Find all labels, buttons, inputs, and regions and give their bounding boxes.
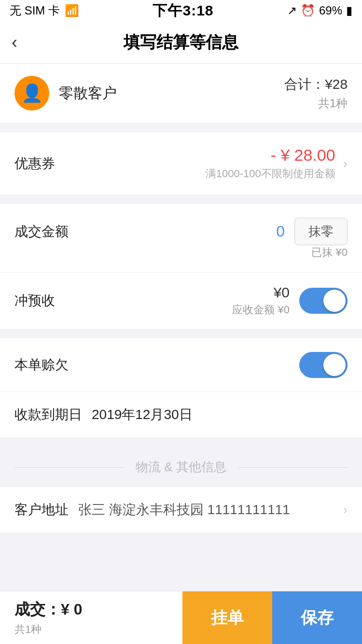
- debt-toggle[interactable]: [299, 352, 348, 378]
- section-divider-3: [0, 437, 362, 447]
- save-button[interactable]: 保存: [272, 591, 362, 644]
- deal-amount-label: 成交金额: [14, 223, 69, 241]
- coupon-label: 优惠券: [14, 154, 55, 173]
- page-title: 填写结算等信息: [124, 31, 238, 54]
- coupon-right: - ¥ 28.00 满1000-100不限制使用金额 ›: [206, 146, 348, 181]
- advance-row: 冲预收 ¥0 应收金额 ¥0: [0, 273, 362, 329]
- advance-right: ¥0 应收金额 ¥0: [232, 284, 348, 317]
- wifi-icon: 📶: [65, 4, 79, 17]
- coupon-description: 满1000-100不限制使用金额: [206, 167, 335, 181]
- customer-total: 合计：¥28: [284, 75, 348, 94]
- bottom-count-text: 共1种: [14, 622, 168, 637]
- alarm-icon: ⏰: [301, 4, 315, 17]
- customer-name: 零散客户: [59, 84, 117, 103]
- logistics-header: 物流 & 其他信息: [0, 447, 362, 487]
- advance-main-amount: ¥0: [232, 284, 290, 301]
- no-sim-text: 无 SIM 卡: [10, 3, 60, 18]
- address-label: 客户地址: [14, 501, 69, 519]
- due-date-row: 收款到期日 2019年12月30日: [0, 392, 362, 437]
- battery-icon: ▮: [346, 4, 352, 17]
- address-row[interactable]: 客户地址 张三 海淀永丰科技园 11111111111 ›: [0, 487, 362, 532]
- customer-section: 👤 零散客户 合计：¥28 共1种: [0, 64, 362, 123]
- debt-label: 本单赊欠: [14, 356, 69, 374]
- section-divider-1: [0, 195, 362, 204]
- deal-sub-text: 已抹 ¥0: [14, 245, 348, 267]
- advance-toggle[interactable]: [299, 288, 348, 314]
- section-divider-2: [0, 329, 362, 338]
- hang-order-button[interactable]: 挂单: [182, 591, 272, 644]
- deal-advance-section: 成交金额 0 抹零 已抹 ¥0 冲预收 ¥0 应收金额 ¥0: [0, 204, 362, 329]
- due-date-label: 收款到期日: [14, 406, 82, 424]
- status-bar: 无 SIM 卡 📶 下午3:18 ↗ ⏰ 69% ▮: [0, 0, 362, 21]
- customer-row: 👤 零散客户 合计：¥28 共1种: [0, 64, 362, 123]
- debt-row: 本单赊欠: [0, 338, 362, 392]
- due-date-value: 2019年12月30日: [92, 406, 193, 424]
- customer-right: 合计：¥28 共1种: [284, 75, 348, 111]
- customer-avatar: 👤: [14, 76, 49, 111]
- bottom-deal-text: 成交：¥ 0: [14, 599, 168, 620]
- status-time: 下午3:18: [153, 1, 213, 21]
- advance-sub-amount: 应收金额 ¥0: [232, 303, 290, 317]
- deal-row-top: 成交金额 0 抹零: [14, 218, 348, 245]
- customer-count: 共1种: [284, 96, 348, 111]
- advance-amounts: ¥0 应收金额 ¥0: [232, 284, 290, 317]
- round-off-button[interactable]: 抹零: [294, 218, 348, 245]
- debt-toggle-knob: [323, 354, 346, 376]
- coupon-section: 优惠券 - ¥ 28.00 满1000-100不限制使用金额 ›: [0, 132, 362, 195]
- bottom-summary: 成交：¥ 0 共1种: [0, 599, 182, 637]
- advance-label: 冲预收: [14, 292, 55, 310]
- deal-amount-row: 成交金额 0 抹零 已抹 ¥0: [0, 204, 362, 273]
- logistics-label: 物流 & 其他信息: [124, 460, 238, 474]
- address-section: 客户地址 张三 海淀永丰科技园 11111111111 ›: [0, 487, 362, 532]
- bottom-deal-label: 成交：: [14, 601, 61, 618]
- address-chevron-icon: ›: [343, 502, 348, 518]
- chevron-right-icon: ›: [343, 156, 348, 171]
- coupon-amount: - ¥ 28.00: [206, 146, 335, 165]
- debt-section: 本单赊欠 收款到期日 2019年12月30日: [0, 338, 362, 437]
- coupon-info: - ¥ 28.00 满1000-100不限制使用金额: [206, 146, 335, 181]
- avatar-icon: 👤: [21, 83, 43, 103]
- deal-amount-value[interactable]: 0: [276, 223, 285, 240]
- battery-text: 69%: [319, 4, 342, 17]
- status-left: 无 SIM 卡 📶: [10, 3, 79, 18]
- status-right: ↗ ⏰ 69% ▮: [287, 4, 352, 17]
- coupon-row[interactable]: 优惠券 - ¥ 28.00 满1000-100不限制使用金额 ›: [0, 132, 362, 195]
- deal-right: 0 抹零: [276, 218, 348, 245]
- address-value: 张三 海淀永丰科技园 11111111111: [78, 501, 343, 519]
- back-button[interactable]: ‹: [12, 32, 17, 53]
- bottom-bar: 成交：¥ 0 共1种 挂单 保存: [0, 591, 362, 644]
- nav-bar: ‹ 填写结算等信息: [0, 21, 362, 64]
- customer-left: 👤 零散客户: [14, 76, 117, 111]
- bottom-deal-value: ¥ 0: [61, 601, 82, 618]
- location-icon: ↗: [287, 4, 297, 17]
- toggle-knob: [323, 290, 346, 312]
